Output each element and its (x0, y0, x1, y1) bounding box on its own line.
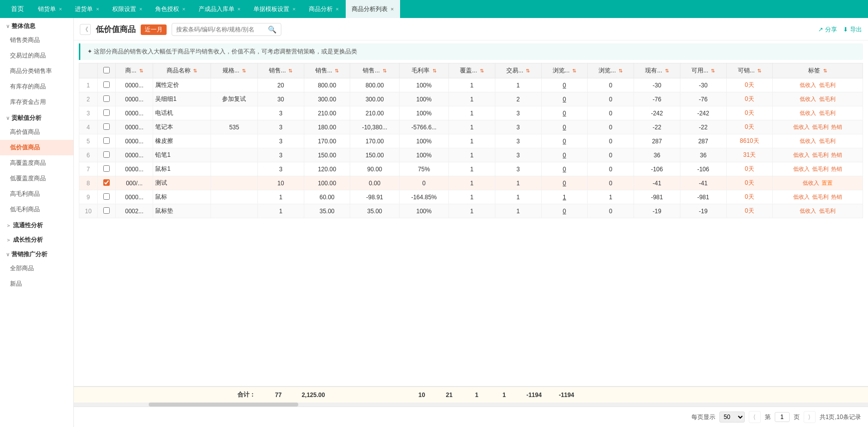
sidebar-item-traded-products[interactable]: 交易过的商品 (0, 48, 73, 63)
nav-sales-order[interactable]: 销货单 × (32, 0, 68, 18)
row-check[interactable] (97, 204, 115, 218)
row-checkbox[interactable] (103, 207, 110, 214)
collapse-button[interactable]: 《 (80, 24, 91, 35)
view-link[interactable]: 1 (563, 194, 566, 201)
col-tags[interactable]: 标签 ⇅ (773, 63, 863, 78)
row-checkbox[interactable] (103, 179, 110, 186)
sidebar-item-high-value[interactable]: 高价值商品 (0, 124, 73, 140)
view-link[interactable]: 0 (563, 82, 566, 89)
row-check[interactable] (97, 134, 115, 148)
row-view1[interactable]: 0 (541, 120, 588, 134)
nav-product-stock[interactable]: 产成品入库单 × (193, 0, 246, 18)
sidebar-group-marketing[interactable]: ∨ 营销推广分析 (0, 246, 73, 261)
nav-product-analysis-list[interactable]: 商品分析列表 × (346, 0, 400, 18)
sidebar-item-low-margin[interactable]: 低毛利商品 (0, 202, 73, 217)
row-checkbox[interactable] (103, 137, 110, 144)
sidebar-item-sales-products[interactable]: 销售类商品 (0, 32, 73, 48)
sidebar-item-inventory-capital[interactable]: 库存资金占用 (0, 94, 73, 110)
col-stock-sell[interactable]: 可销... ⇅ (726, 63, 773, 78)
view-link[interactable]: 0 (563, 180, 566, 187)
close-icon[interactable]: × (391, 6, 394, 12)
row-view1[interactable]: 0 (541, 162, 588, 176)
sidebar-group-liquidity[interactable]: ＞ 流通性分析 (0, 217, 73, 232)
row-check[interactable] (97, 176, 115, 190)
close-icon[interactable]: × (139, 6, 142, 12)
row-check[interactable] (97, 92, 115, 106)
close-icon[interactable]: × (237, 6, 240, 12)
nav-product-analysis[interactable]: 商品分析 × (303, 0, 345, 18)
sidebar-group-growth[interactable]: ＞ 成长性分析 (0, 232, 73, 246)
date-filter-button[interactable]: 近一月 (141, 24, 167, 35)
row-check[interactable] (97, 106, 115, 120)
search-icon[interactable]: 🔍 (268, 25, 276, 33)
row-checkbox[interactable] (103, 151, 110, 158)
col-stock-cur[interactable]: 现有... ⇅ (634, 63, 680, 78)
select-all-checkbox[interactable] (103, 67, 110, 73)
close-icon[interactable]: × (96, 6, 99, 12)
sidebar-item-in-stock-products[interactable]: 有库存的商品 (0, 79, 73, 94)
row-checkbox[interactable] (103, 193, 110, 200)
nav-role-auth[interactable]: 角色授权 × (149, 0, 191, 18)
col-trade[interactable]: 交易... ⇅ (495, 63, 541, 78)
view-link[interactable]: 0 (563, 124, 566, 131)
close-icon[interactable]: × (336, 6, 339, 12)
nav-permission[interactable]: 权限设置 × (106, 0, 148, 18)
row-view1[interactable]: 0 (541, 148, 588, 162)
search-input[interactable] (176, 26, 266, 33)
col-sale-profit[interactable]: 销售... ⇅ (350, 63, 399, 78)
view-link[interactable]: 0 (563, 96, 566, 103)
view-link[interactable]: 0 (563, 166, 566, 173)
row-checkbox[interactable] (103, 123, 110, 130)
close-icon[interactable]: × (59, 6, 62, 12)
row-view1[interactable]: 1 (541, 190, 588, 204)
col-no[interactable] (79, 63, 98, 78)
row-check[interactable] (97, 190, 115, 204)
row-check[interactable] (97, 120, 115, 134)
row-view1[interactable]: 0 (541, 204, 588, 218)
row-view1[interactable]: 0 (541, 78, 588, 92)
sidebar-group-overall[interactable]: ∨ 整体信息 (0, 18, 73, 32)
row-checkbox[interactable] (103, 81, 110, 88)
nav-template-setting[interactable]: 单据模板设置 × (247, 0, 301, 18)
col-gross-margin[interactable]: 毛利率 ⇅ (399, 63, 448, 78)
sidebar-item-all-products[interactable]: 全部商品 (0, 261, 73, 276)
nav-purchase-order[interactable]: 进货单 × (69, 0, 105, 18)
sidebar-group-contribution[interactable]: ∨ 贡献值分析 (0, 110, 73, 124)
view-link[interactable]: 0 (563, 152, 566, 159)
close-icon[interactable]: × (182, 6, 185, 12)
export-button[interactable]: ⬇ 导出 (843, 25, 862, 34)
row-check[interactable] (97, 78, 115, 92)
close-icon[interactable]: × (292, 6, 295, 12)
view-link[interactable]: 0 (563, 138, 566, 145)
sidebar-item-category-sales-rate[interactable]: 商品分类销售率 (0, 63, 73, 79)
share-button[interactable]: ↗ 分享 (818, 25, 837, 34)
row-view1[interactable]: 0 (541, 92, 588, 106)
col-view1[interactable]: 浏览... ⇅ (541, 63, 588, 78)
sidebar-item-new-products[interactable]: 新品 (0, 276, 73, 292)
sidebar-item-high-margin[interactable]: 高毛利商品 (0, 186, 73, 202)
next-page-button[interactable]: ⟩ (804, 411, 816, 423)
row-checkbox[interactable] (103, 109, 110, 116)
col-sale-qty[interactable]: 销售... ⇅ (257, 63, 304, 78)
col-view2[interactable]: 浏览... ⇅ (588, 63, 634, 78)
row-check[interactable] (97, 162, 115, 176)
row-view1[interactable]: 0 (541, 134, 588, 148)
col-spec[interactable]: 规格... ⇅ (211, 63, 258, 78)
sidebar-item-high-coverage[interactable]: 高覆盖度商品 (0, 155, 73, 171)
view-link[interactable]: 0 (563, 208, 566, 215)
sidebar-item-low-coverage[interactable]: 低覆盖度商品 (0, 171, 73, 186)
row-checkbox[interactable] (103, 95, 110, 102)
col-stock-avail[interactable]: 可用... ⇅ (680, 63, 726, 78)
view-link[interactable]: 0 (563, 110, 566, 117)
first-page-button[interactable]: ⟨ (749, 411, 761, 423)
sidebar-item-low-value[interactable]: 低价值商品 (0, 140, 73, 155)
scrollbar-thumb[interactable] (149, 403, 298, 407)
col-check[interactable] (97, 63, 115, 78)
col-name[interactable]: 商品名称 ⇅ (153, 63, 211, 78)
col-code[interactable]: 商... ⇅ (116, 63, 153, 78)
row-check[interactable] (97, 148, 115, 162)
page-number-input[interactable] (775, 412, 790, 422)
row-checkbox[interactable] (103, 165, 110, 172)
horizontal-scrollbar[interactable] (74, 403, 868, 407)
row-view1[interactable]: 0 (541, 176, 588, 190)
